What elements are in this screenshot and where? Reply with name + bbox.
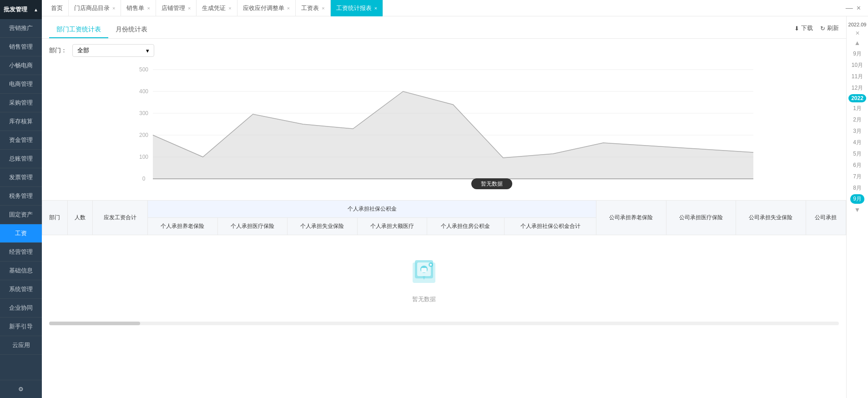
window-close-icon[interactable]: × (857, 4, 861, 12)
sidebar-item-小畅电商[interactable]: 小畅电商 (0, 56, 42, 75)
window-controls: — × (842, 4, 864, 12)
sidebar-item-税务管理[interactable]: 税务管理 (0, 187, 42, 206)
col-company-medical: 公司承担医疗保险 (666, 201, 736, 235)
sidebar-title: 批发管理 (4, 5, 27, 14)
sidebar-header[interactable]: 批发管理 ▲ (0, 0, 42, 19)
chart-tooltip-text: 暂无数据 (481, 181, 503, 187)
timeline-month-12[interactable]: 12月 (847, 82, 868, 94)
sidebar-item-基础信息[interactable]: 基础信息 (0, 262, 42, 280)
sidebar-item-发票管理[interactable]: 发票管理 (0, 168, 42, 187)
empty-icon (406, 253, 442, 290)
main-area: 首页门店商品目录×销售单×店铺管理×生成凭证×应收应付调整单×工资表×工资统计报… (42, 0, 868, 398)
svg-text:300: 300 (139, 110, 148, 116)
svg-text:200: 200 (139, 132, 148, 138)
col-personal-housing: 个人承担住房公积金 (427, 218, 505, 235)
timeline-close-icon[interactable]: ✕ (854, 29, 861, 37)
sidebar: 批发管理 ▲ 营销推广销售管理小畅电商电商管理采购管理库存核算资金管理总账管理发… (0, 0, 42, 398)
col-group-personal: 个人承担社保公积金 (148, 201, 596, 218)
svg-text:0: 0 (142, 176, 146, 182)
col-count: 人数 (67, 201, 93, 235)
tab-close-4[interactable]: × (228, 5, 231, 11)
tab-2[interactable]: 销售单× (121, 0, 156, 16)
sidebar-item-新手引导[interactable]: 新手引导 (0, 317, 42, 336)
sidebar-item-总账管理[interactable]: 总账管理 (0, 150, 42, 168)
tab-close-7[interactable]: × (374, 5, 377, 11)
window-minimize-icon[interactable]: — (846, 4, 853, 12)
tabs-bar: 首页门店商品目录×销售单×店铺管理×生成凭证×应收应付调整单×工资表×工资统计报… (42, 0, 868, 16)
table-section: 部门 人数 应发工资合计 个人承担社保公积金 公司承担养老保险 公司承担医疗保险… (42, 200, 846, 398)
tab-close-6[interactable]: × (322, 5, 324, 11)
sidebar-collapse-icon: ▲ (34, 7, 38, 12)
svg-rect-19 (430, 264, 432, 266)
tab-close-5[interactable]: × (287, 5, 290, 11)
tab-5[interactable]: 应收应付调整单× (237, 0, 296, 16)
sidebar-item-经营管理[interactable]: 经营管理 (0, 243, 42, 262)
timeline-month-10[interactable]: 10月 (847, 60, 868, 71)
timeline-month-4[interactable]: 4月 (847, 137, 868, 148)
tab-close-3[interactable]: × (188, 5, 191, 11)
timeline-month-8[interactable]: 8月 (847, 182, 868, 194)
download-button[interactable]: ⬇ 下载 (794, 24, 813, 32)
tab-dept-stats[interactable]: 部门工资统计表 (49, 22, 108, 38)
sidebar-item-电商管理[interactable]: 电商管理 (0, 75, 42, 94)
col-personal-medical: 个人承担医疗保险 (217, 218, 287, 235)
content-area: 部门工资统计表 月份统计表 ⬇ 下载 ↻ 刷新 部门： (42, 16, 868, 398)
timeline-month-11[interactable]: 11月 (847, 71, 868, 82)
timeline-month-2[interactable]: 2月 (847, 114, 868, 126)
tab-close-2[interactable]: × (147, 5, 150, 11)
svg-text:400: 400 (139, 88, 148, 95)
timeline-panel: 2022.09 ✕ ▲ 9月 10月 11月 12月 2022 1月 2月 3月… (846, 16, 868, 398)
timeline-month-6[interactable]: 6月 (847, 160, 868, 171)
table-scroll[interactable]: 部门 人数 应发工资合计 个人承担社保公积金 公司承担养老保险 公司承担医疗保险… (42, 200, 846, 322)
sidebar-item-销售管理[interactable]: 销售管理 (0, 38, 42, 56)
sidebar-item-采购管理[interactable]: 采购管理 (0, 94, 42, 112)
timeline-month-5[interactable]: 5月 (847, 148, 868, 160)
col-dept: 部门 (42, 201, 68, 235)
timeline-month-1[interactable]: 1月 (847, 103, 868, 114)
sidebar-item-企业协同[interactable]: 企业协同 (0, 299, 42, 317)
sidebar-item-固定资产[interactable]: 固定资产 (0, 206, 42, 224)
tab-month-stats[interactable]: 月份统计表 (108, 22, 155, 38)
dept-select-value: 全部 (77, 46, 89, 55)
sidebar-item-系统管理[interactable]: 系统管理 (0, 280, 42, 299)
timeline-month-9-2022[interactable]: 9月 (847, 48, 868, 60)
tab-close-1[interactable]: × (112, 5, 115, 11)
refresh-icon: ↻ (820, 25, 825, 32)
timeline-down-arrow[interactable]: ▼ (853, 204, 863, 215)
col-company-other: 公司承担 (806, 201, 846, 235)
dept-select[interactable]: 全部 ▾ (72, 44, 154, 57)
tab-0[interactable]: 首页 (45, 0, 69, 16)
svg-text:100: 100 (139, 154, 148, 160)
tab-3[interactable]: 店铺管理× (156, 0, 197, 16)
sidebar-item-资金管理[interactable]: 资金管理 (0, 131, 42, 150)
page-content: 部门工资统计表 月份统计表 ⬇ 下载 ↻ 刷新 部门： (42, 16, 846, 398)
timeline-year-2022[interactable]: 2022 (848, 94, 866, 102)
timeline-up-arrow[interactable]: ▲ (853, 37, 863, 48)
data-table: 部门 人数 应发工资合计 个人承担社保公积金 公司承担养老保险 公司承担医疗保险… (42, 200, 846, 322)
tab-7[interactable]: 工资统计报表× (331, 0, 383, 16)
timeline-header-date: 2022.09 (848, 20, 867, 29)
sidebar-item-库存核算[interactable]: 库存核算 (0, 112, 42, 131)
col-personal-major-medical: 个人承担大额医疗 (357, 218, 427, 235)
download-icon: ⬇ (794, 25, 799, 32)
timeline-month-3[interactable]: 3月 (847, 126, 868, 137)
tab-4[interactable]: 生成凭证× (197, 0, 237, 16)
sidebar-settings[interactable]: ⚙ (0, 380, 42, 398)
horizontal-scrollbar-thumb[interactable] (49, 322, 140, 325)
filter-bar: 部门： 全部 ▾ (42, 39, 846, 62)
timeline-month-7[interactable]: 7月 (847, 171, 868, 182)
area-chart: 500 400 300 200 100 0 (49, 62, 839, 199)
refresh-button[interactable]: ↻ 刷新 (820, 24, 839, 32)
tabs-container: 首页门店商品目录×销售单×店铺管理×生成凭证×应收应付调整单×工资表×工资统计报… (45, 0, 842, 16)
sidebar-items-container: 营销推广销售管理小畅电商电商管理采购管理库存核算资金管理总账管理发票管理税务管理… (0, 19, 42, 355)
sidebar-item-云应用[interactable]: 云应用 (0, 336, 42, 355)
col-company-pension: 公司承担养老保险 (596, 201, 666, 235)
sidebar-item-营销推广[interactable]: 营销推广 (0, 19, 42, 38)
tab-1[interactable]: 门店商品目录× (69, 0, 121, 16)
refresh-label: 刷新 (827, 24, 839, 32)
tab-6[interactable]: 工资表× (296, 0, 330, 16)
chart-area: 500 400 300 200 100 0 (42, 62, 846, 200)
sub-tabs-left: 部门工资统计表 月份统计表 (49, 22, 155, 38)
timeline-month-9-active[interactable]: 9月 (850, 194, 864, 204)
sidebar-item-工资[interactable]: 工资 (0, 224, 42, 243)
